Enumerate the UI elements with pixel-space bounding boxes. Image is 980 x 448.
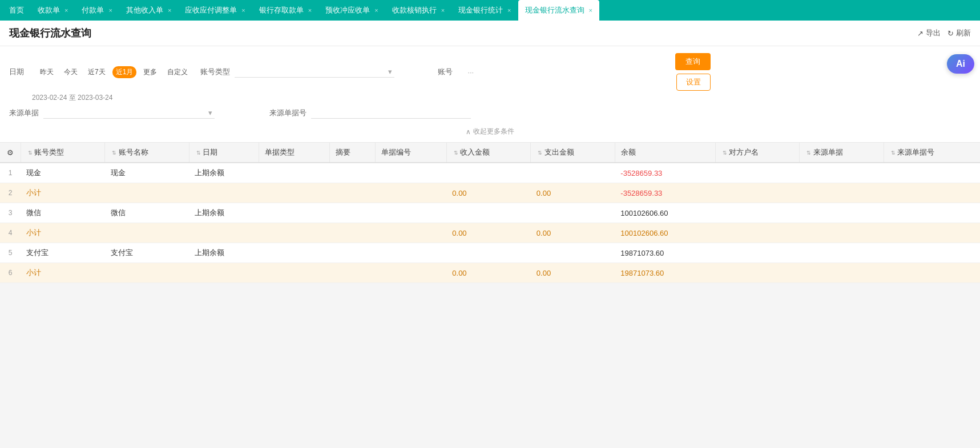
nav-cashflow[interactable]: 现金银行流水查询 × — [518, 0, 599, 21]
query-button[interactable]: 查询 — [675, 53, 711, 70]
col-account-name[interactable]: ⇅ 账号名称 — [105, 143, 189, 163]
filter-row-1: 日期 昨天 今天 近7天 近1月 更多 自定义 账号类型 ▾ 账号 ··· — [9, 53, 971, 91]
refresh-icon: ↻ — [947, 29, 954, 38]
close-verify-icon[interactable]: × — [441, 0, 445, 21]
table-header-row: ⚙ ⇅ 账号类型 ⇅ 账号名称 ⇅ 日期 单据类型 摘要 — [0, 143, 980, 163]
date-opt-custom[interactable]: 自定义 — [164, 66, 191, 78]
collapse-label: ∧ 收起更多条件 — [466, 127, 514, 136]
col-income[interactable]: ⇅ 收入金额 — [446, 143, 531, 163]
date-filter-group: 日期 昨天 今天 近7天 近1月 更多 自定义 — [9, 66, 191, 78]
export-icon: ↗ — [917, 29, 923, 38]
header-actions: ↗ 导出 ↻ 刷新 — [917, 28, 971, 38]
table-container: ⚙ ⇅ 账号类型 ⇅ 账号名称 ⇅ 日期 单据类型 摘要 — [0, 143, 980, 283]
sort-arrows-income: ⇅ — [454, 150, 458, 156]
col-account-type[interactable]: ⇅ 账号类型 — [21, 143, 105, 163]
nav-bank-deposit[interactable]: 银行存取款单 × — [252, 0, 318, 21]
date-opt-more[interactable]: 更多 — [140, 66, 160, 78]
page-title: 现金银行流水查询 — [9, 26, 91, 40]
date-range-display: 2023-02-24 至 2023-03-24 — [30, 93, 971, 103]
date-opt-1month[interactable]: 近1月 — [112, 66, 137, 78]
table-row: 6小计0.000.0019871073.60 — [0, 263, 980, 283]
nav-prepay[interactable]: 预收冲应收单 × — [318, 0, 385, 21]
col-gear[interactable]: ⚙ — [0, 143, 21, 163]
close-cashflow-icon[interactable]: × — [589, 0, 592, 21]
refresh-button[interactable]: ↻ 刷新 — [947, 28, 971, 38]
account-type-filter-group: 账号类型 ▾ — [200, 66, 429, 78]
source-doc-no-label: 来源单据号 — [269, 108, 306, 118]
date-range-text: 2023-02-24 至 2023-03-24 — [32, 94, 112, 102]
date-opt-yesterday[interactable]: 昨天 — [37, 66, 57, 78]
table-row: 3微信微信上期余额100102606.60 — [0, 203, 980, 223]
col-date[interactable]: ⇅ 日期 — [189, 143, 259, 163]
nav-verify[interactable]: 收款核销执行 × — [385, 0, 451, 21]
data-table: ⚙ ⇅ 账号类型 ⇅ 账号名称 ⇅ 日期 单据类型 摘要 — [0, 143, 980, 283]
source-doc-dropdown-icon: ▾ — [208, 108, 212, 117]
sort-arrows-source-doc: ⇅ — [806, 150, 811, 156]
nav-adjust[interactable]: 应收应付调整单 × — [178, 0, 252, 21]
table-row: 2小计0.000.00-3528659.33 — [0, 183, 980, 203]
sort-arrows-date: ⇅ — [196, 150, 201, 156]
col-counterparty[interactable]: ⇅ 对方户名 — [715, 143, 800, 163]
col-summary[interactable]: 摘要 — [330, 143, 376, 163]
close-adjust-icon[interactable]: × — [241, 0, 245, 21]
col-balance[interactable]: 余额 — [615, 143, 715, 163]
source-doc-no-input[interactable] — [311, 107, 471, 119]
account-type-select[interactable]: ▾ — [235, 66, 394, 78]
close-receipt-icon[interactable]: × — [64, 0, 68, 21]
close-other-income-icon[interactable]: × — [168, 0, 171, 21]
filter-row-2: 来源单据 ▾ 来源单据号 — [9, 107, 971, 119]
date-opt-today[interactable]: 今天 — [61, 66, 81, 78]
date-options: 昨天 今天 近7天 近1月 更多 自定义 — [37, 66, 191, 78]
account-label: 账号 — [438, 67, 461, 77]
col-doc-no[interactable]: 单据编号 — [376, 143, 446, 163]
nav-receipt[interactable]: 收款单 × — [31, 0, 75, 21]
col-source-doc[interactable]: ⇅ 来源单据 — [800, 143, 884, 163]
filter-actions: 查询 设置 — [675, 53, 711, 91]
nav-home[interactable]: 首页 — [2, 0, 31, 21]
sort-arrows-expense: ⇅ — [538, 150, 542, 156]
table-body: 1现金现金上期余额-3528659.332小计0.000.00-3528659.… — [0, 163, 980, 283]
source-doc-select[interactable]: ▾ — [43, 107, 215, 119]
account-type-dropdown-icon: ▾ — [388, 67, 392, 76]
close-payment-icon[interactable]: × — [108, 0, 112, 21]
table-row: 4小计0.000.00100102606.60 — [0, 223, 980, 243]
page-header: 现金银行流水查询 ↗ 导出 ↻ 刷新 — [0, 21, 980, 46]
sort-arrows-source-doc-no: ⇅ — [891, 150, 896, 156]
sort-arrows-account-type: ⇅ — [28, 150, 33, 156]
export-button[interactable]: ↗ 导出 — [917, 28, 941, 38]
table-row: 5支付宝支付宝上期余额19871073.60 — [0, 243, 980, 263]
sort-arrows-counterparty: ⇅ — [723, 150, 727, 156]
col-source-doc-no[interactable]: ⇅ 来源单据号 — [884, 143, 980, 163]
date-label: 日期 — [9, 67, 32, 77]
source-doc-no-filter-group: 来源单据号 — [269, 107, 521, 119]
account-dots[interactable]: ··· — [465, 68, 476, 76]
filter-area: 日期 昨天 今天 近7天 近1月 更多 自定义 账号类型 ▾ 账号 ··· — [0, 46, 980, 143]
date-opt-7days[interactable]: 近7天 — [84, 66, 109, 78]
source-doc-filter-group: 来源单据 ▾ — [9, 107, 260, 119]
ai-badge[interactable]: Ai — [947, 54, 974, 74]
close-stats-icon[interactable]: × — [507, 0, 511, 21]
account-type-label: 账号类型 — [200, 67, 230, 77]
table-row: 1现金现金上期余额-3528659.33 — [0, 163, 980, 183]
close-bank-deposit-icon[interactable]: × — [308, 0, 312, 21]
nav-stats[interactable]: 现金银行统计 × — [451, 0, 518, 21]
settings-button[interactable]: 设置 — [676, 74, 711, 91]
nav-payment[interactable]: 付款单 × — [75, 0, 119, 21]
collapse-row[interactable]: ∧ 收起更多条件 — [9, 124, 971, 138]
account-filter-group: 账号 ··· — [438, 67, 666, 77]
nav-other-income[interactable]: 其他收入单 × — [119, 0, 178, 21]
collapse-icon: ∧ — [466, 128, 471, 136]
col-expense[interactable]: ⇅ 支出金额 — [531, 143, 615, 163]
source-doc-label: 来源单据 — [9, 108, 39, 118]
col-doc-type[interactable]: 单据类型 — [259, 143, 330, 163]
close-prepay-icon[interactable]: × — [374, 0, 378, 21]
top-nav: 首页 收款单 × 付款单 × 其他收入单 × 应收应付调整单 × 银行存取款单 … — [0, 0, 980, 21]
sort-arrows-account-name: ⇅ — [112, 150, 116, 156]
